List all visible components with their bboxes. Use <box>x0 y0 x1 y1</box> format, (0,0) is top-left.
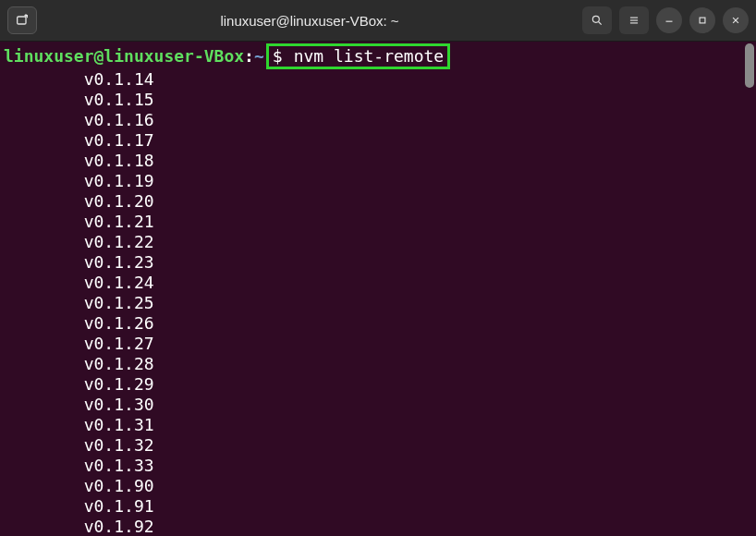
svg-line-2 <box>599 22 602 25</box>
output-line: v0.1.28 <box>4 354 752 374</box>
titlebar-left <box>7 6 37 34</box>
command-highlight-box: $ nvm list-remote <box>266 43 450 69</box>
terminal-body[interactable]: linuxuser@linuxuser-VBox:~ $ nvm list-re… <box>0 42 756 536</box>
output-line: v0.1.23 <box>4 252 752 273</box>
svg-rect-0 <box>18 17 26 24</box>
titlebar-right <box>582 6 749 34</box>
output-line: v0.1.27 <box>4 334 752 354</box>
output-line: v0.1.32 <box>4 435 752 456</box>
hamburger-icon <box>628 14 640 27</box>
prompt-line: linuxuser@linuxuser-VBox:~ $ nvm list-re… <box>4 43 752 69</box>
output-line: v0.1.14 <box>4 69 752 90</box>
output-line: v0.1.33 <box>4 456 752 476</box>
prompt-path: ~ <box>254 46 264 67</box>
close-button[interactable] <box>723 7 749 33</box>
prompt-colon: : <box>244 46 254 67</box>
minimize-button[interactable] <box>656 7 682 33</box>
output-line: v0.1.29 <box>4 374 752 395</box>
terminal-content: linuxuser@linuxuser-VBox:~ $ nvm list-re… <box>0 42 756 536</box>
output-container: v0.1.14 v0.1.15 v0.1.16 v0.1.17 v0.1.18 … <box>4 69 752 536</box>
prompt-user: linuxuser@linuxuser-VBox <box>4 46 244 67</box>
menu-button[interactable] <box>619 6 649 34</box>
search-button[interactable] <box>582 6 612 34</box>
output-line: v0.1.21 <box>4 212 752 232</box>
new-tab-icon <box>15 13 30 28</box>
svg-rect-7 <box>700 18 705 23</box>
output-line: v0.1.15 <box>4 90 752 110</box>
output-line: v0.1.17 <box>4 130 752 151</box>
new-tab-button[interactable] <box>7 6 37 34</box>
minimize-icon <box>663 14 676 27</box>
svg-point-1 <box>592 16 599 22</box>
output-line: v0.1.31 <box>4 415 752 435</box>
output-line: v0.1.24 <box>4 273 752 293</box>
output-line: v0.1.25 <box>4 293 752 313</box>
terminal-window: linuxuser@linuxuser-VBox: ~ <box>0 0 756 536</box>
close-icon <box>729 14 742 27</box>
command-text: nvm list-remote <box>294 46 445 67</box>
output-line: v0.1.92 <box>4 517 752 536</box>
maximize-icon <box>696 14 709 27</box>
search-icon <box>591 14 604 27</box>
window-title: linuxuser@linuxuser-VBox: ~ <box>37 13 582 29</box>
output-line: v0.1.30 <box>4 395 752 415</box>
prompt-dollar: $ <box>273 46 283 67</box>
output-line: v0.1.90 <box>4 476 752 496</box>
output-line: v0.1.18 <box>4 151 752 171</box>
output-line: v0.1.20 <box>4 191 752 212</box>
output-line: v0.1.26 <box>4 313 752 334</box>
output-line: v0.1.22 <box>4 232 752 252</box>
output-line: v0.1.19 <box>4 171 752 191</box>
scrollbar-thumb[interactable] <box>745 43 754 88</box>
output-line: v0.1.91 <box>4 496 752 517</box>
maximize-button[interactable] <box>689 7 715 33</box>
output-line: v0.1.16 <box>4 110 752 130</box>
titlebar: linuxuser@linuxuser-VBox: ~ <box>0 0 756 42</box>
